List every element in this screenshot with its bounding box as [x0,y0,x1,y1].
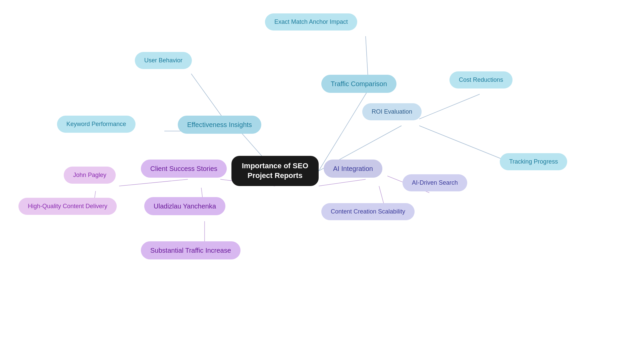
client-success-stories-node[interactable]: Client Success Stories [141,160,227,178]
effectiveness-insights-node[interactable]: Effectiveness Insights [178,116,261,134]
cost-reductions-node[interactable]: Cost Reductions [449,71,513,88]
ai-integration-node[interactable]: AI Integration [324,160,382,178]
keyword-performance-node[interactable]: Keyword Performance [57,116,136,133]
mind-map-container: Importance of SEO Project Reports Exact … [0,0,644,363]
substantial-traffic-node[interactable]: Substantial Traffic Increase [141,241,240,259]
john-pagley-node[interactable]: John Pagley [64,167,116,184]
user-behavior-node[interactable]: User Behavior [135,52,192,69]
ai-driven-search-node[interactable]: AI-Driven Search [402,174,467,191]
exact-match-anchor-node[interactable]: Exact Match Anchor Impact [265,13,357,31]
center-node[interactable]: Importance of SEO Project Reports [231,156,319,186]
uladizlau-node[interactable]: Uladizlau Yanchenka [144,197,225,215]
svg-line-4 [319,179,366,186]
roi-evaluation-node[interactable]: ROI Evaluation [362,103,422,120]
traffic-comparison-node[interactable]: Traffic Comparison [321,75,396,93]
svg-line-10 [119,179,188,186]
content-creation-scalability-node[interactable]: Content Creation Scalability [321,203,415,220]
svg-line-8 [419,94,480,119]
svg-line-0 [319,90,368,171]
tracking-progress-node[interactable]: Tracking Progress [500,153,567,170]
high-quality-content-node[interactable]: High-Quality Content Delivery [18,198,117,215]
